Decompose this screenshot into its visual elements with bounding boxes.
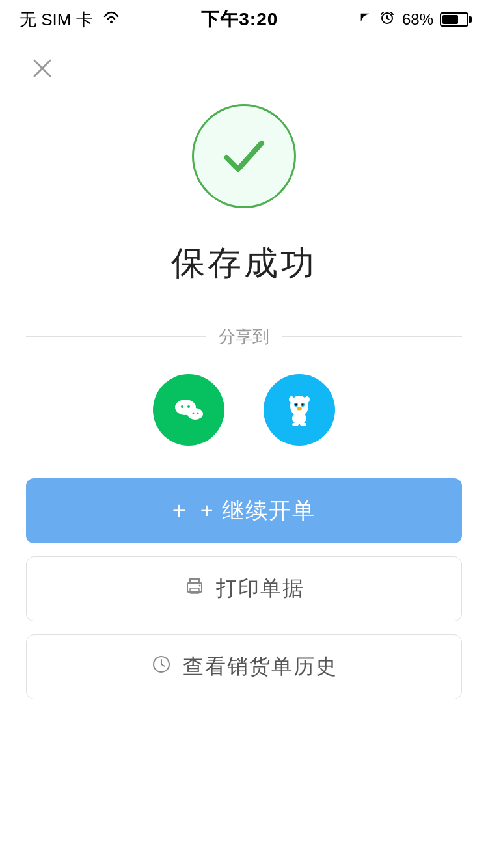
continue-order-label: + 继续开单 — [200, 496, 316, 526]
alarm-icon — [379, 9, 396, 30]
svg-point-18 — [297, 407, 302, 411]
share-section: 分享到 — [26, 325, 462, 446]
svg-point-0 — [110, 21, 113, 23]
status-right: 68% — [358, 9, 468, 30]
share-icons — [26, 374, 462, 446]
checkmark-icon — [215, 127, 273, 185]
svg-point-17 — [302, 404, 304, 406]
status-time: 下午3:20 — [201, 7, 278, 32]
svg-point-13 — [292, 413, 306, 424]
history-icon — [150, 653, 172, 681]
print-icon — [183, 575, 206, 603]
close-button-container — [26, 39, 462, 104]
qq-share-button[interactable] — [264, 374, 335, 446]
wifi-icon — [101, 10, 122, 30]
close-icon — [31, 57, 54, 80]
location-icon — [358, 10, 372, 29]
wechat-share-button[interactable] — [153, 374, 224, 446]
action-buttons: + + 继续开单 打印单据 查看销货单历 — [26, 478, 462, 699]
svg-point-16 — [295, 404, 297, 406]
success-circle — [192, 104, 296, 208]
svg-point-8 — [181, 405, 183, 408]
svg-point-19 — [289, 396, 294, 403]
svg-point-21 — [292, 423, 299, 426]
svg-point-22 — [300, 423, 306, 426]
svg-point-9 — [187, 405, 190, 408]
status-bar: 无 SIM 卡 下午3:20 68% — [0, 0, 488, 39]
history-label: 查看销货单历史 — [183, 653, 338, 681]
status-left: 无 SIM 卡 — [20, 8, 122, 31]
continue-order-button[interactable]: + + 继续开单 — [26, 478, 462, 543]
close-button[interactable] — [26, 52, 59, 85]
battery-percent: 68% — [402, 10, 433, 29]
qq-icon — [280, 390, 319, 429]
svg-point-10 — [192, 412, 194, 414]
history-button[interactable]: 查看销货单历史 — [26, 634, 462, 699]
wechat-icon — [168, 389, 210, 431]
print-button[interactable]: 打印单据 — [26, 556, 462, 621]
main-content: 保存成功 分享到 — [0, 39, 488, 699]
share-label: 分享到 — [219, 325, 269, 348]
share-divider: 分享到 — [26, 325, 462, 348]
no-sim-label: 无 SIM 卡 — [20, 8, 93, 31]
battery-icon — [440, 12, 468, 27]
plus-icon: + — [172, 497, 187, 524]
svg-point-11 — [197, 412, 198, 414]
svg-point-25 — [199, 585, 201, 587]
svg-line-3 — [387, 18, 389, 20]
success-title: 保存成功 — [171, 241, 317, 286]
print-label: 打印单据 — [216, 575, 305, 603]
svg-point-7 — [187, 408, 203, 420]
svg-point-20 — [305, 396, 310, 403]
